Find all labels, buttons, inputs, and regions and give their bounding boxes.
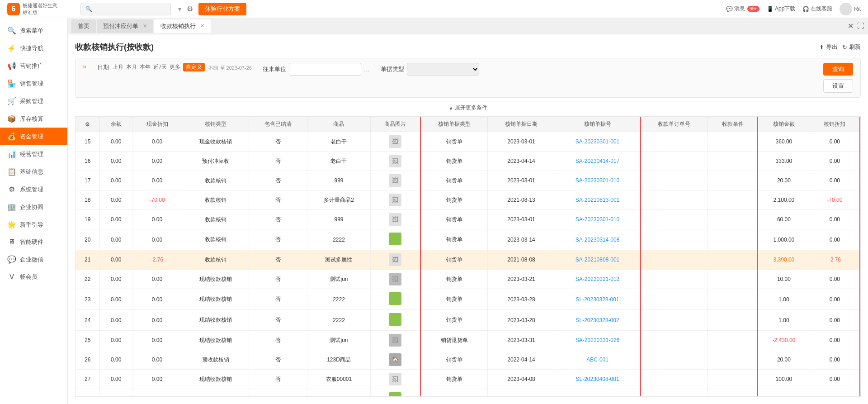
cell-9[interactable]: SA-20230314-008 — [555, 229, 640, 250]
doc-no-link[interactable]: SA-20230331-026 — [576, 337, 619, 343]
doc-no-link[interactable]: SA-20230301-010 — [576, 216, 619, 223]
date-custom-active[interactable]: 自定义 — [183, 63, 205, 71]
sidebar-item-inventory[interactable]: 📦库存核算 — [0, 110, 67, 128]
cell-9[interactable]: SA-20210813-001 — [555, 190, 640, 210]
cell-9[interactable]: ABC-001 — [555, 350, 640, 370]
type-select[interactable] — [407, 63, 479, 76]
date-last-month[interactable]: 上月 — [113, 63, 123, 71]
tab-bar-right-close[interactable]: ✕ — [848, 22, 854, 30]
search-box[interactable]: 🔍 — [80, 3, 171, 15]
cell-12: 100.00 — [758, 389, 810, 397]
cell-9[interactable]: SL-20230328-001 — [555, 289, 640, 310]
sidebar-item-hardware[interactable]: 🖥智能硬件 — [0, 233, 67, 251]
sidebar-item-newbie[interactable]: 🌟新手引导 — [0, 216, 67, 233]
doc-no-link[interactable]: SA-20210813-001 — [576, 197, 619, 203]
doc-no-link[interactable]: SA-20210808-001 — [576, 257, 619, 263]
top-right-actions: 💬 消息 99+ 📱 App下载 🎧 在线客服 Rit — [726, 3, 861, 15]
cell-4: 否 — [249, 229, 307, 250]
cell-2: 0.00 — [132, 270, 182, 289]
unit-dots[interactable]: ... — [364, 65, 370, 73]
sidebar-label-operation: 经营管理 — [20, 150, 43, 158]
cell-1: 0.00 — [100, 132, 132, 152]
filter-unit-row: 往来单位 ... — [263, 63, 370, 76]
sidebar-label-enterprise: 企业协同 — [20, 203, 43, 211]
doc-no-link[interactable]: SL-20230408-001 — [576, 376, 619, 382]
doc-no-link[interactable]: SL-20230418-001 — [576, 396, 619, 397]
tab-prepay[interactable]: 预付冲应付单✕ — [97, 19, 153, 33]
cell-9[interactable]: SL-20230418-001 — [555, 389, 640, 397]
tab-close-receipt[interactable]: ✕ — [200, 23, 204, 29]
cell-11 — [708, 331, 758, 350]
tab-home[interactable]: 首页 — [71, 19, 96, 33]
sidebar-item-wechat[interactable]: 💬企业微信 — [0, 251, 67, 268]
expand-more-button[interactable]: ∨ 展开更多条件 — [445, 102, 491, 114]
refresh-button[interactable]: ↻ 刷新 — [842, 43, 861, 51]
doc-no-link[interactable]: ABC-001 — [586, 356, 609, 363]
date-more[interactable]: 更多 — [170, 63, 180, 71]
cell-9[interactable]: SA-20230321-012 — [555, 270, 640, 289]
sidebar-label-marketing: 营销推广 — [20, 62, 43, 70]
cell-9[interactable]: SA-20230301-010 — [555, 210, 640, 229]
cell-3: 收款核销 — [182, 190, 249, 210]
cell-8: 2023-03-14 — [488, 229, 555, 250]
query-button[interactable]: 查询 — [823, 63, 853, 76]
online-service-link[interactable]: 🎧 在线客服 — [802, 5, 832, 13]
doc-no-link[interactable]: SA-20230301-001 — [576, 138, 619, 145]
doc-no-link[interactable]: SA-20230414-017 — [576, 158, 619, 164]
sidebar-item-system[interactable]: ⚙系统管理 — [0, 181, 67, 198]
cell-2: 0.00 — [132, 350, 182, 370]
cell-9[interactable]: SL-20230408-001 — [555, 370, 640, 389]
date-this-year[interactable]: 本年 — [140, 63, 151, 71]
date-this-month[interactable]: 本月 — [126, 63, 137, 71]
sidebar-item-basic[interactable]: 📋基础信息 — [0, 163, 67, 181]
tab-receipt[interactable]: 收款核销执行✕ — [154, 19, 211, 33]
doc-no-link[interactable]: SL-20230328-001 — [576, 296, 619, 303]
cell-9[interactable]: SA-20210808-001 — [555, 250, 640, 270]
dropdown-arrow-icon[interactable]: ▾ — [178, 5, 181, 13]
cell-12: 1.00 — [758, 310, 810, 331]
filter-date-row: 日期 上月 本月 本年 近7天 更多 自定义 不限 至 2023-07-26 — [97, 63, 252, 71]
cell-10 — [641, 250, 708, 270]
cell-9[interactable]: SL-20230328-002 — [555, 310, 640, 331]
cell-3: 预收款核销 — [182, 350, 249, 370]
cell-9[interactable]: SA-20230414-017 — [555, 152, 640, 171]
date-7days[interactable]: 近7天 — [153, 63, 167, 71]
sidebar-item-enterprise[interactable]: 🏢企业协同 — [0, 198, 67, 216]
sidebar-item-search[interactable]: 🔍搜索菜单 — [0, 22, 67, 39]
export-button[interactable]: ⬆ 导出 — [819, 43, 838, 51]
tab-close-prepay[interactable]: ✕ — [143, 23, 147, 29]
sidebar-item-shortcut[interactable]: ⚡快捷导航 — [0, 39, 67, 57]
doc-no-link[interactable]: SL-20230328-002 — [576, 317, 619, 323]
data-table: ⚙余额现金折扣核销类型包含已结清商品商品图片核销单据类型核销单据日期核销单据号收… — [75, 117, 860, 397]
tab-bar-expand[interactable]: ⛶ — [857, 22, 864, 30]
cell-9[interactable]: SA-20230301-001 — [555, 132, 640, 152]
industry-button[interactable]: 休验行业方案 — [198, 3, 246, 15]
sidebar-item-member[interactable]: V畅会员 — [0, 268, 67, 285]
app-download-link[interactable]: 📱 App下载 — [767, 5, 795, 13]
cell-13: 0.00 — [810, 229, 860, 250]
message-link[interactable]: 💬 消息 99+ — [726, 5, 760, 13]
unit-input[interactable] — [289, 63, 361, 76]
doc-no-link[interactable]: SA-20230314-008 — [576, 237, 619, 243]
filter-collapse-icon[interactable]: » — [83, 63, 86, 70]
sidebar-icon-shortcut: ⚡ — [7, 44, 16, 52]
export-icon: ⬆ — [819, 44, 824, 51]
cell-8: 2023-04-18 — [488, 389, 555, 397]
sidebar-item-purchase[interactable]: 🛒采购管理 — [0, 92, 67, 110]
sidebar-item-capital[interactable]: 💰资金管理 — [0, 128, 67, 145]
cell-12: 20.00 — [758, 171, 810, 190]
filter-action-buttons: 查询 设置 — [823, 63, 853, 93]
doc-no-link[interactable]: SA-20230321-012 — [576, 276, 619, 282]
cell-9[interactable]: SA-20230331-026 — [555, 331, 640, 350]
setting-button[interactable]: 设置 — [823, 79, 853, 93]
sidebar-item-marketing[interactable]: 📢营销推广 — [0, 57, 67, 75]
cell-1: 0.00 — [100, 370, 132, 389]
cell-9[interactable]: SA-20230301-010 — [555, 171, 640, 190]
doc-no-link[interactable]: SA-20230301-010 — [576, 177, 619, 184]
cell-3: 收款核销 — [182, 250, 249, 270]
sidebar-item-sales[interactable]: 🏪销售管理 — [0, 75, 67, 92]
gear-icon[interactable]: ⚙ — [187, 5, 193, 13]
sidebar-item-operation[interactable]: 📊经营管理 — [0, 145, 67, 163]
cell-6: 🖼 — [370, 132, 420, 152]
user-menu[interactable]: Rit — [840, 3, 861, 15]
